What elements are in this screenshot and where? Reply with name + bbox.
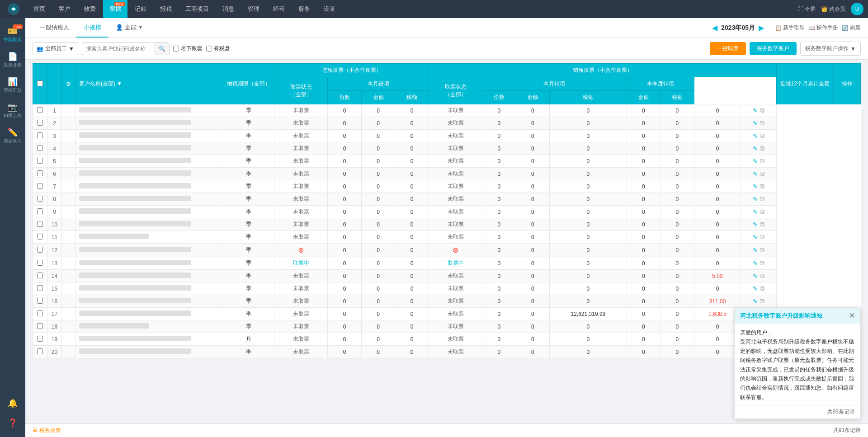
row-checkbox[interactable] [37, 170, 43, 176]
row-out-status[interactable]: 未取票 [429, 130, 482, 142]
row-checkbox[interactable] [37, 336, 43, 342]
row-checkbox[interactable] [37, 260, 43, 266]
row-out-status[interactable]: 未取票 [429, 295, 482, 308]
copy-icon[interactable]: ⧉ [760, 170, 764, 178]
employee-filter[interactable]: 👥 全部员工 ▼ [33, 42, 78, 55]
row-checkbox[interactable] [37, 310, 43, 316]
row-in-status[interactable]: 未取票 [274, 180, 328, 193]
under-account-checkbox[interactable] [173, 46, 179, 52]
row-in-status[interactable]: 未取票 [274, 295, 328, 308]
copy-icon[interactable]: ⧉ [760, 157, 764, 165]
edit-icon[interactable]: ✎ [753, 132, 758, 140]
copy-icon[interactable]: ⧉ [760, 297, 764, 305]
row-in-status[interactable]: 未取票 [274, 308, 328, 320]
row-checkbox[interactable] [37, 183, 43, 189]
row-in-status[interactable]: 未取票 [274, 320, 328, 333]
row-out-status[interactable]: 未取票 [429, 155, 482, 168]
row-in-status[interactable]: 未取票 [274, 168, 328, 180]
nav-accounting[interactable]: 记账 [128, 0, 153, 18]
row-in-status[interactable]: 未取票 [274, 142, 328, 155]
th-tax-period[interactable]: 纳税期限（全部） [223, 64, 274, 104]
row-out-status[interactable]: 未取票 [429, 117, 482, 130]
select-all-checkbox[interactable] [37, 80, 43, 86]
nav-billing[interactable]: 收费 [78, 0, 102, 18]
copy-icon[interactable]: ⧉ [760, 208, 764, 216]
edit-icon[interactable]: ✎ [753, 234, 758, 241]
edit-icon[interactable]: ✎ [753, 145, 758, 152]
edit-icon[interactable]: ✎ [753, 260, 758, 267]
row-checkbox[interactable] [37, 158, 43, 164]
row-out-status[interactable]: 未取票 [429, 180, 482, 193]
copy-icon[interactable]: ⧉ [760, 233, 764, 241]
row-in-status[interactable]: 未取票 [274, 130, 328, 142]
sidebar-item-invoice-entry[interactable]: ✏️ 票据录入 [1, 124, 24, 147]
manual-btn[interactable]: 📖 操作手册 [808, 24, 838, 32]
popup-close-btn[interactable]: ✕ [849, 311, 855, 320]
copy-icon[interactable]: ⧉ [760, 145, 764, 152]
subtab-general[interactable]: 一般纳税人 [33, 19, 76, 38]
row-in-status[interactable]: 未取票 [274, 104, 328, 117]
edit-icon[interactable]: ✎ [753, 221, 758, 228]
edit-icon[interactable]: ✎ [753, 170, 758, 178]
row-in-status[interactable]: 未取票 [274, 333, 328, 346]
row-in-status[interactable]: 未取票 [274, 218, 328, 231]
sidebar-item-help[interactable]: ❓ [1, 414, 24, 432]
copy-icon[interactable]: ⧉ [760, 285, 764, 292]
row-out-status[interactable]: 未取票 [429, 308, 482, 320]
new-guide-btn[interactable]: 📋 新手引导 [775, 24, 805, 32]
copy-icon[interactable]: ⧉ [760, 183, 764, 190]
row-checkbox[interactable] [37, 107, 43, 113]
sidebar-item-smart-ticket[interactable]: 🎫 new 智能取票 [1, 23, 24, 46]
edit-icon[interactable]: ✎ [753, 208, 758, 216]
row-checkbox[interactable] [37, 247, 43, 253]
nav-operation[interactable]: 经营 [267, 0, 291, 18]
edit-icon[interactable]: ✎ [753, 158, 758, 165]
nav-business[interactable]: 工商项目 [179, 0, 215, 18]
row-checkbox[interactable] [37, 145, 43, 151]
copy-icon[interactable]: ⧉ [760, 119, 764, 127]
row-checkbox[interactable] [37, 196, 43, 202]
row-in-status[interactable]: 未取票 [274, 270, 328, 282]
copy-icon[interactable]: ⧉ [760, 221, 764, 228]
nav-customer[interactable]: 客户 [52, 0, 77, 18]
row-checkbox[interactable] [37, 285, 43, 291]
row-in-status[interactable]: 未取票 [274, 346, 328, 358]
th-in-status[interactable]: 取票状态（全部） [274, 77, 328, 104]
row-out-status[interactable]: 未取票 [429, 282, 482, 295]
row-checkbox[interactable] [37, 323, 43, 329]
edit-icon[interactable]: ✎ [753, 107, 758, 114]
copy-icon[interactable]: ⧉ [760, 107, 764, 114]
search-button[interactable]: 🔍 [155, 42, 169, 55]
row-in-status[interactable]: 未取票 [274, 282, 328, 295]
sidebar-item-invoice-open[interactable]: 📄 发票开具 [1, 48, 24, 71]
nav-message[interactable]: 消息 [216, 0, 241, 18]
digital-account-operations-btn[interactable]: 税务数字账户操作 ▼ [800, 42, 861, 56]
row-out-status[interactable]: 未取票 [429, 270, 482, 282]
sidebar-item-scan-upload[interactable]: 📷 扫描上传 [1, 99, 24, 122]
nav-tax[interactable]: 报税 [154, 0, 178, 18]
row-out-status[interactable]: 未取票 [429, 218, 482, 231]
row-checkbox[interactable] [37, 298, 43, 304]
row-out-status[interactable]: 取票中 [429, 257, 482, 270]
copy-icon[interactable]: ⧉ [760, 195, 764, 203]
edit-icon[interactable]: ✎ [753, 298, 758, 305]
row-checkbox[interactable] [37, 221, 43, 227]
th-out-status[interactable]: 取票状态（全部） [429, 77, 482, 104]
row-checkbox[interactable] [37, 208, 43, 214]
period-next-btn[interactable]: ▶ [759, 23, 764, 32]
row-in-status[interactable]: 取票中 [274, 257, 328, 270]
row-checkbox[interactable] [37, 132, 43, 138]
one-click-fetch-btn[interactable]: 一键取票 [710, 42, 746, 55]
row-in-status[interactable]: 未取票 [274, 206, 328, 218]
nav-home[interactable]: 首页 [27, 0, 52, 18]
nav-invoice[interactable]: 票据 new [103, 0, 127, 18]
tax-disk-checkbox[interactable] [206, 46, 212, 52]
row-in-status[interactable]: 未取票 [274, 155, 328, 168]
copy-icon[interactable]: ⧉ [760, 259, 764, 267]
row-out-status[interactable]: 未取票 [429, 333, 482, 346]
row-in-status[interactable]: 未取票 [274, 117, 328, 130]
row-out-status[interactable]: 未取票 [429, 206, 482, 218]
row-checkbox[interactable] [37, 348, 43, 354]
copy-icon[interactable]: ⧉ [760, 272, 764, 280]
sidebar-item-invoice-summary[interactable]: 📊 票据汇总 [1, 73, 24, 97]
